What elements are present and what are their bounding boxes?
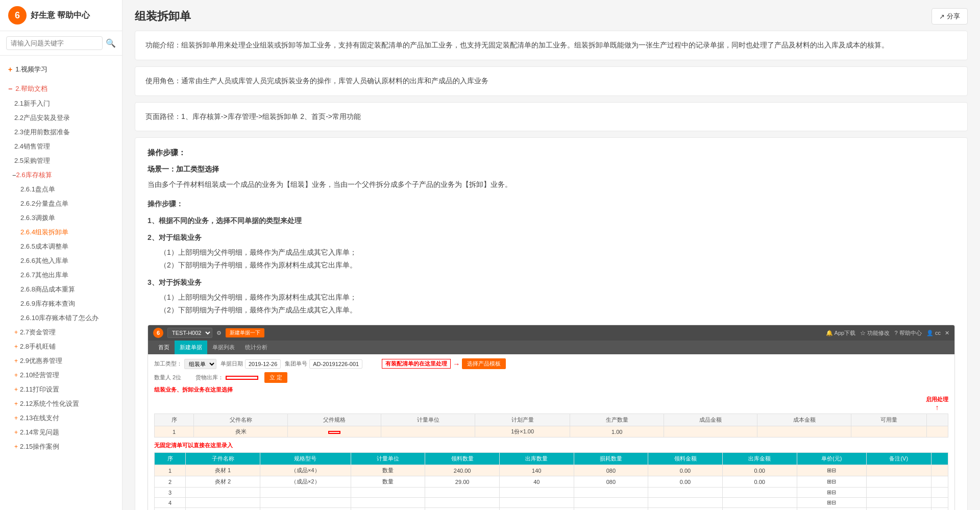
list-item <box>931 476 948 488</box>
sc-col-cost-amt: 成本金额 <box>757 414 851 426</box>
app-title: 好生意 帮助中心 <box>31 10 90 21</box>
list-item: 0.00 <box>648 465 723 476</box>
sc-date-label: 单据日期 <box>220 360 243 368</box>
list-item <box>499 508 574 510</box>
sc-lcol-price: 单价(元) <box>797 453 866 465</box>
step1-text: 1、根据不同的业务，选择不同单据的类型来处理 <box>148 216 302 225</box>
list-item <box>499 498 574 508</box>
sidebar-item-268[interactable]: 2.6.8商品成本重算 <box>6 282 122 297</box>
list-item <box>186 488 260 498</box>
sc-save-btn[interactable]: 立 定 <box>264 372 287 383</box>
list-item <box>260 508 351 510</box>
table-row: 1份×1.00 <box>475 426 570 438</box>
sc-col-avail: 可用量 <box>851 414 926 426</box>
sc-lcol-req: 领料数量 <box>425 453 500 465</box>
list-item <box>931 508 948 510</box>
sc-col-produce: 生产数量 <box>570 414 664 426</box>
sc-col-parent-spec: 父件规格 <box>287 414 381 426</box>
sidebar-item-27[interactable]: +2.7资金管理 <box>0 325 122 339</box>
sidebar-item-264[interactable]: 2.6.4组装拆卸单 <box>6 225 122 239</box>
step2-text: 2、对于组装业务 <box>148 233 202 241</box>
app-logo: 6 <box>8 6 27 25</box>
list-item <box>648 498 723 508</box>
sidebar-item-install[interactable]: 2.2产品安装及登录 <box>0 111 122 125</box>
sidebar-item-266[interactable]: 2.6.6其他入库单 <box>6 254 122 268</box>
main-area: 组装拆卸单 ↗ 分享 功能介绍：组装拆卸单用来处理企业组装或拆卸等加工业务，支持… <box>122 0 980 510</box>
sidebar-item-data[interactable]: 2.3使用前数据准备 <box>0 125 122 139</box>
sc-type-select[interactable]: 组装单 拆卸单 <box>184 359 216 369</box>
list-item <box>648 488 723 498</box>
sidebar-item-215[interactable]: +2.15操作案例 <box>0 440 122 454</box>
sc-nav-list[interactable]: 单据列表 <box>207 341 240 354</box>
list-item: 080 <box>574 465 648 476</box>
sidebar-nav: + 1.视频学习 − 2.帮助文档 2.1新手入门 2.2产品安装及登录 2.3… <box>0 56 122 510</box>
table-row <box>757 426 851 438</box>
step3-sub2: （2）下部明细为子件明细，最终作为产成品生成其它入库单。 <box>148 304 955 317</box>
list-item <box>425 508 500 510</box>
list-item: （成品×4） <box>260 465 351 476</box>
sidebar-item-267[interactable]: 2.6.7其他出库单 <box>6 268 122 282</box>
sidebar-item-28[interactable]: +2.8手机旺铺 <box>0 339 122 354</box>
sidebar-item-212[interactable]: +2.12系统个性化设置 <box>0 397 122 411</box>
sidebar-item-docs[interactable]: − 2.帮助文档 <box>0 81 122 96</box>
intro-text-2: 使用角色：通常由生产人员或库管人员完成拆装业务的操作，库管人员确认原材料的出库和… <box>145 75 957 87</box>
search-icon[interactable]: 🔍 <box>106 38 116 48</box>
sc-annotation2-text: 组装业务、拆卸业务在这里选择 <box>154 386 948 394</box>
sc-close-icon[interactable]: ✕ <box>945 330 949 336</box>
sc-nav-home[interactable]: 首页 <box>153 341 175 354</box>
sc-nav-stats[interactable]: 统计分析 <box>240 341 273 354</box>
list-item <box>351 508 425 510</box>
sc-company-select[interactable]: TEST-H002 <box>167 328 212 338</box>
table-row <box>851 426 926 438</box>
arrow3-icon: ↑ <box>936 403 939 411</box>
sc-nav-new[interactable]: 新建单据 <box>175 341 207 354</box>
list-item <box>931 465 948 476</box>
share-button[interactable]: ↗ 分享 <box>932 8 968 25</box>
table-row <box>287 426 381 438</box>
sidebar-header: 6 好生意 帮助中心 <box>0 0 122 31</box>
sidebar-item-263[interactable]: 2.6.3调拨单 <box>6 211 122 225</box>
list-item: 数量 <box>351 476 425 488</box>
sidebar-item-sales[interactable]: 2.4销售管理 <box>0 139 122 154</box>
sc-col-unit: 计量单位 <box>381 414 475 426</box>
sidebar-item-213[interactable]: +2.13在线支付 <box>0 411 122 425</box>
list-item <box>574 488 648 498</box>
sidebar-item-newcomer[interactable]: 2.1新手入门 <box>0 96 122 111</box>
sidebar-item-video[interactable]: + 1.视频学习 <box>0 62 122 77</box>
sc-app-icons: 🔔 App下载 ☆ 功能修改 ? 帮助中心 👤 cc <box>826 329 941 337</box>
sc-lcol-req-amt: 领料金额 <box>648 453 723 465</box>
table-row: 1.00 <box>570 426 664 438</box>
sc-count-label: 数量人 2位 <box>154 374 181 381</box>
table-row: 炎米 <box>194 426 288 438</box>
sc-annotation4-text: 无固定清单可以直接在这里录入 <box>154 442 948 449</box>
sidebar-item-inventory[interactable]: − 2.6库存核算 <box>0 168 122 182</box>
sc-col-product-amt: 成品金额 <box>664 414 757 426</box>
sidebar-item-2610[interactable]: 2.6.10库存账本错了怎么办 <box>6 311 122 325</box>
list-item <box>425 498 500 508</box>
breadcrumb: 页面路径：1、库存核算->库存管理->组装拆卸单 2、首页->常用功能 <box>145 111 957 123</box>
sc-select-template-btn[interactable]: 选择产品模板 <box>462 358 506 369</box>
sidebar-item-211[interactable]: +2.11打印设置 <box>0 382 122 397</box>
sidebar-item-262[interactable]: 2.6.2分量盘点单 <box>6 197 122 211</box>
sidebar-item-261[interactable]: 2.6.1盘点单 <box>6 182 122 197</box>
sidebar-item-210[interactable]: +2.10经营管理 <box>0 368 122 382</box>
sidebar-item-269[interactable]: 2.6.9库存账本查询 <box>6 297 122 311</box>
sc-order-value[interactable]: AD-20191226-001 <box>309 359 362 369</box>
list-item: 5 <box>155 508 186 510</box>
list-item: 2 <box>155 476 186 488</box>
sidebar-item-265[interactable]: 2.6.5成本调整单 <box>6 239 122 254</box>
sc-date-value[interactable]: 2019-12-26 <box>245 359 281 369</box>
search-input[interactable] <box>6 36 103 50</box>
sc-warehouse-input[interactable] <box>226 376 258 380</box>
list-item: 140 <box>499 465 574 476</box>
sc-col-no: 序 <box>155 414 194 426</box>
sc-lcol-no: 序 <box>155 453 186 465</box>
screenshot-container: 6 TEST-H002 ⚙ 新建单据一下 🔔 App下载 ☆ 功能修改 ? 帮助… <box>148 325 955 510</box>
sidebar-item-purchase[interactable]: 2.5采购管理 <box>0 154 122 168</box>
sc-annotation2-row: 数量人 2位 货物出库： 立 定 <box>154 372 948 383</box>
sc-annotation3: 启用处理 <box>926 396 948 403</box>
table-row <box>927 426 948 438</box>
sidebar-item-214[interactable]: +2.14常见问题 <box>0 425 122 440</box>
sc-new-order-btn[interactable]: 新建单据一下 <box>226 328 264 337</box>
sidebar-item-29[interactable]: +2.9优惠券管理 <box>0 354 122 368</box>
